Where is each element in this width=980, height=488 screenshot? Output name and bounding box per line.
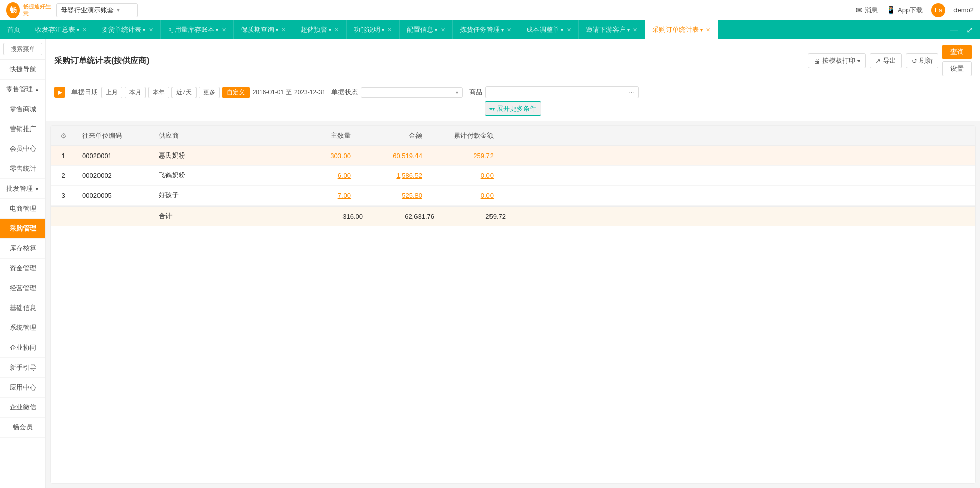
template-print-button[interactable]: 🖨 按模板打印 ▾ (808, 53, 866, 68)
tab-dropdown-icon: ▾ (435, 27, 437, 33)
tab-overstock[interactable]: 超储预警 ▾ ✕ (293, 20, 347, 39)
sidebar-item-finance[interactable]: 资金管理 (0, 259, 45, 278)
tab-receive-pay[interactable]: 收发存汇总表 ▾ ✕ (28, 20, 94, 39)
printer-icon: 🖨 (814, 57, 820, 65)
sidebar-item-retail-mgmt[interactable]: 零售管理 ▲ (0, 80, 45, 99)
date-btn-this-year[interactable]: 本年 (148, 87, 169, 98)
tab-dropdown-icon: ▾ (329, 27, 331, 33)
table-body: 1 00020001 惠氏奶粉 303.00 60,519.44 (51, 146, 975, 206)
status-select[interactable]: ▾ (361, 87, 463, 98)
date-btn-7days[interactable]: 近7天 (172, 87, 197, 98)
filter-toggle-button[interactable]: ▶ (54, 87, 65, 98)
sidebar-item-operations[interactable]: 经营管理 (0, 278, 45, 298)
tab-invite-down[interactable]: 邀请下游客户 ▾ ✕ (579, 20, 645, 39)
tab-expiry[interactable]: 保质期查询 ▾ ✕ (234, 20, 293, 39)
tab-close-icon[interactable]: ✕ (387, 27, 392, 33)
qty-link[interactable]: 7.00 (338, 192, 351, 199)
app-download-button[interactable]: 📱 App下载 (886, 6, 923, 15)
query-button[interactable]: 查询 (942, 45, 972, 59)
footer-total-label: 合计 (159, 212, 302, 221)
refresh-icon: ↺ (912, 57, 917, 65)
tab-close-icon[interactable]: ✕ (82, 27, 87, 33)
filter-row: ▶ 单据日期 上月 本月 本年 近7天 更多 自定义 2016-01-01 至 (54, 86, 972, 98)
search-input[interactable] (3, 43, 42, 55)
paid-link[interactable]: 0.00 (481, 192, 494, 199)
paid-link[interactable]: 0.00 (481, 172, 494, 179)
sidebar-item-enterprise-wechat[interactable]: 企业微信 (0, 398, 45, 418)
tab-config[interactable]: 配置信息 ▾ ✕ (400, 20, 453, 39)
tab-close-icon[interactable]: ✕ (281, 27, 286, 33)
tab-cost-adj[interactable]: 成本调整单 ▾ ✕ (519, 20, 579, 39)
amount-link[interactable]: 60,519.44 (393, 152, 422, 160)
tab-close-icon[interactable]: ✕ (507, 27, 511, 33)
user-name[interactable]: demo2 (953, 6, 974, 14)
sidebar-item-marketing[interactable]: 营销推广 (0, 119, 45, 139)
expand-more-button[interactable]: ▾▾ 展开更多条件 (485, 101, 541, 116)
sidebar-item-vip[interactable]: 畅会员 (0, 418, 45, 438)
paid-link[interactable]: 259.72 (473, 152, 494, 160)
tab-maximize-icon[interactable]: ⤢ (963, 24, 976, 36)
tab-stock-book[interactable]: 可用量库存账本 ▾ ✕ (161, 20, 234, 39)
sidebar-item-sys-mgmt[interactable]: 系统管理 (0, 318, 45, 338)
tab-close-icon[interactable]: ✕ (706, 27, 710, 33)
date-to: 2023-12-31 (294, 89, 325, 96)
nav-tabs: 首页 收发存汇总表 ▾ ✕ 要货单统计表 ▾ ✕ 可用量库存账本 ▾ ✕ 保质期… (0, 20, 980, 39)
column-settings-icon[interactable]: ⚙ (59, 132, 67, 140)
table-row[interactable]: 1 00020001 惠氏奶粉 303.00 60,519.44 (51, 146, 975, 166)
cell-num: 3 (51, 186, 76, 206)
tab-purchase-stat[interactable]: 采购订单统计表 ▾ ✕ (645, 20, 718, 39)
cell-qty: 7.00 (296, 186, 357, 206)
avatar: Ea (931, 3, 945, 17)
tab-close-icon[interactable]: ✕ (567, 27, 571, 33)
sidebar-item-enterprise-coop[interactable]: 企业协同 (0, 338, 45, 358)
tab-close-icon[interactable]: ✕ (149, 27, 153, 33)
table-row[interactable]: 2 00020002 飞鹤奶粉 6.00 1,586.52 (51, 166, 975, 186)
date-btn-more[interactable]: 更多 (199, 87, 220, 98)
amount-link[interactable]: 1,586.52 (396, 172, 422, 179)
sidebar-item-purchase-mgmt[interactable]: 采购管理 (0, 219, 45, 239)
cell-paid: 0.00 (428, 166, 500, 186)
date-btn-custom[interactable]: 自定义 (222, 87, 250, 98)
sidebar-item-app-center[interactable]: 应用中心 (0, 378, 45, 398)
qty-link[interactable]: 6.00 (338, 172, 351, 179)
tab-pick-task[interactable]: 拣货任务管理 ▾ ✕ (453, 20, 519, 39)
tab-goods-stat[interactable]: 要货单统计表 ▾ ✕ (94, 20, 161, 39)
workspace-selector[interactable]: 母婴行业演示账套 ▼ (56, 3, 138, 17)
sidebar-item-quick-nav[interactable]: 快捷导航 (0, 60, 45, 80)
qty-link[interactable]: 303.00 (330, 152, 351, 160)
message-button[interactable]: ✉ 消息 (856, 6, 878, 15)
date-btn-this-month[interactable]: 本月 (125, 87, 146, 98)
tab-minimize-icon[interactable]: — (947, 24, 961, 35)
sidebar-item-new-guide[interactable]: 新手引导 (0, 358, 45, 378)
table-area: ⚙ 往来单位编码 供应商 主数量 金额 (50, 125, 976, 484)
settings-button[interactable]: 设置 (942, 61, 972, 76)
sidebar-item-retail-stat[interactable]: 零售统计 (0, 159, 45, 179)
refresh-button[interactable]: ↺ 刷新 (906, 53, 938, 68)
sidebar-item-wholesale-mgmt[interactable]: 批发管理 ▼ (0, 179, 45, 199)
goods-input[interactable]: ··· (485, 86, 639, 98)
sidebar-item-member-center[interactable]: 会员中心 (0, 139, 45, 159)
table-row[interactable]: 3 00020005 好孩子 7.00 525.80 (51, 186, 975, 206)
tab-func-desc[interactable]: 功能说明 ▾ ✕ (347, 20, 400, 39)
tab-close-icon[interactable]: ✕ (440, 27, 445, 33)
cell-code: 00020005 (76, 186, 153, 206)
sidebar-item-ecommerce[interactable]: 电商管理 (0, 199, 45, 219)
date-from: 2016-01-01 (253, 89, 284, 96)
chevron-icon: ▲ (35, 87, 40, 92)
sidebar-item-basic-info[interactable]: 基础信息 (0, 298, 45, 318)
tab-close-icon[interactable]: ✕ (633, 27, 638, 33)
tab-close-icon[interactable]: ✕ (222, 27, 226, 33)
logo-text: 畅捷通好生意 (23, 3, 52, 16)
content-area: 采购订单统计表(按供应商) 🖨 按模板打印 ▾ ↗ 导出 ↺ 刷新 查询 (46, 39, 980, 488)
sidebar: 快捷导航 零售管理 ▲ 零售商城 营销推广 会员中心 零售统计 批发管理 ▼ (0, 39, 46, 488)
sidebar-item-retail-mall[interactable]: 零售商城 (0, 99, 45, 119)
tab-close-icon[interactable]: ✕ (334, 27, 339, 33)
export-button[interactable]: ↗ 导出 (870, 53, 902, 68)
tab-dropdown-icon: ▾ (143, 27, 145, 33)
tab-home[interactable]: 首页 (0, 20, 28, 39)
status-filter-group: 单据状态 ▾ (331, 87, 463, 98)
sidebar-item-stock-check[interactable]: 库存核算 (0, 239, 45, 259)
amount-link[interactable]: 525.80 (402, 192, 422, 199)
table-header: ⚙ 往来单位编码 供应商 主数量 金额 (51, 126, 975, 146)
date-btn-last-month[interactable]: 上月 (101, 87, 122, 98)
